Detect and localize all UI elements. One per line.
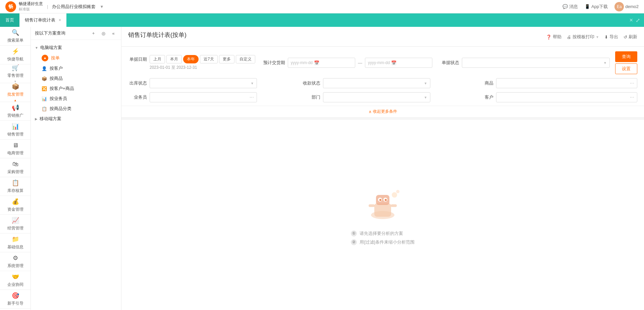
page-header: 销售订单统计表(按单) ❓ 帮助 🖨 按模板打印 ▼ ⬇ bbox=[121, 27, 644, 47]
tab-close-icon[interactable]: × bbox=[59, 18, 61, 22]
scheme-item-by-category[interactable]: 📋 按商品分类 bbox=[31, 104, 121, 114]
collapse-bar[interactable]: ∧ 收起更多条件 bbox=[121, 106, 644, 117]
more-btn[interactable]: 更多 bbox=[219, 55, 234, 63]
pc-group-title[interactable]: ▼ 电脑端方案 bbox=[31, 43, 121, 53]
sidebar-item-appcenter[interactable]: 📱 应用中心 bbox=[0, 309, 31, 310]
expected-date-start[interactable]: yyyy-mm-dd 📅 bbox=[288, 58, 355, 68]
right-panel: 销售订单统计表(按单) ❓ 帮助 🖨 按模板打印 ▼ ⬇ bbox=[121, 27, 644, 310]
sidebar-item-wholesale[interactable]: 📦 批发管理 ▲ bbox=[0, 83, 31, 102]
empty-illustration bbox=[359, 185, 406, 225]
svg-point-6 bbox=[385, 199, 387, 201]
sidebar-item-basic[interactable]: 📁 基础信息 bbox=[0, 234, 31, 252]
search-btn[interactable]: 查询 bbox=[615, 51, 637, 62]
bill-date-label: 单据日期 bbox=[128, 56, 147, 62]
setting-btn[interactable]: 设置 bbox=[615, 63, 637, 74]
help-btn[interactable]: ❓ 帮助 bbox=[546, 34, 561, 40]
add-scheme-btn[interactable]: ＋ bbox=[90, 30, 97, 37]
scheme-item-by-salesperson[interactable]: 📊 按业务员 bbox=[31, 94, 121, 104]
sidebar-item-operation[interactable]: 📈 经营管理 bbox=[0, 215, 31, 234]
customer-input[interactable]: ··· bbox=[496, 92, 637, 102]
hint-num-2: ② bbox=[351, 239, 357, 245]
inventory-icon: 📋 bbox=[12, 179, 19, 187]
sidebar-item-quick-nav[interactable]: ⚡ 快捷导航 bbox=[0, 46, 31, 64]
this-year-btn[interactable]: 本年 bbox=[183, 55, 199, 63]
basic-icon: 📁 bbox=[12, 236, 19, 243]
out-status-caret: ▼ bbox=[251, 82, 254, 85]
scheme-list: ▼ 电脑端方案 ● 按单 👤 按客户 📦 bbox=[31, 40, 121, 126]
by-salesperson-icon: 📊 bbox=[42, 96, 47, 101]
tab-active[interactable]: 销售订单统计表 × bbox=[19, 13, 66, 27]
goods-input[interactable]: ··· bbox=[496, 78, 637, 88]
page-title-row: 销售订单统计表(按单) ❓ 帮助 🖨 按模板打印 ▼ ⬇ bbox=[128, 31, 637, 46]
salesperson-dots-btn[interactable]: ··· bbox=[250, 94, 254, 100]
goods-label: 商品 bbox=[475, 80, 493, 86]
sidebar-item-sales[interactable]: 📊 销售管理 bbox=[0, 121, 31, 140]
sidebar-item-inventory[interactable]: 📋 库存核算 bbox=[0, 177, 31, 196]
last7days-btn[interactable]: 近7天 bbox=[200, 55, 218, 63]
goods-dots-btn[interactable]: ··· bbox=[630, 80, 634, 86]
salesperson-label: 业务员 bbox=[128, 94, 147, 100]
empty-hint-1: ① 请先选择要分析的方案 bbox=[351, 230, 414, 237]
message-btn[interactable]: 💬 消息 bbox=[562, 4, 578, 10]
quick-nav-icon: ⚡ bbox=[12, 48, 19, 55]
out-status-label: 出库状态 bbox=[128, 80, 147, 86]
sidebar-item-finance[interactable]: 💰 资金管理 bbox=[0, 196, 31, 215]
scheme-item-by-customer[interactable]: 👤 按客户 bbox=[31, 63, 121, 73]
scheme-item-by-order[interactable]: ● 按单 bbox=[31, 53, 121, 63]
svg-rect-7 bbox=[369, 204, 375, 207]
scheme-item-by-customer-goods[interactable]: 🔀 按客户+商品 bbox=[31, 84, 121, 94]
svg-rect-2 bbox=[376, 195, 389, 205]
sidebar-item-search[interactable]: 🔍 搜索菜单 bbox=[0, 27, 31, 46]
print-btn[interactable]: 🖨 按模板打印 ▼ bbox=[567, 34, 599, 40]
department-label: 部门 bbox=[302, 94, 320, 100]
sidebar-item-enterprise[interactable]: 🤝 企业协同 bbox=[0, 271, 31, 290]
department-select[interactable]: ▼ bbox=[323, 92, 430, 102]
export-btn[interactable]: ⬇ 导出 bbox=[604, 34, 618, 40]
user-area[interactable]: Ea demo2 bbox=[614, 2, 639, 11]
print-arrow-icon[interactable]: ▼ bbox=[596, 35, 599, 39]
calendar-icon-2: 📅 bbox=[391, 60, 396, 65]
salesperson-cell: 业务员 ··· bbox=[128, 92, 291, 102]
sidebar-item-newbie[interactable]: 🎯 新手引导 bbox=[0, 290, 31, 309]
bill-status-select[interactable]: ▼ bbox=[462, 58, 610, 68]
collapse-panel-btn[interactable]: « bbox=[110, 30, 117, 37]
operation-icon: 📈 bbox=[12, 217, 19, 224]
receipt-status-select[interactable]: ▼ bbox=[323, 78, 430, 88]
expected-date-end[interactable]: yyyy-mm-dd 📅 bbox=[365, 58, 432, 68]
refresh-btn[interactable]: ↺ 刷新 bbox=[624, 34, 637, 40]
custom-btn[interactable]: 自定义 bbox=[236, 55, 255, 63]
system-icon: ⚙ bbox=[13, 254, 18, 262]
mobile-group-title[interactable]: ▶ 移动端方案 bbox=[31, 114, 121, 124]
tab-minimize-icon[interactable]: × bbox=[629, 17, 633, 24]
sidebar-item-marketing[interactable]: 📢 营销推广 bbox=[0, 102, 31, 121]
bill-status-caret: ▼ bbox=[603, 61, 607, 65]
tab-home[interactable]: 首页 bbox=[0, 13, 19, 27]
last-month-btn[interactable]: 上月 bbox=[150, 55, 165, 63]
user-avatar: Ea bbox=[614, 2, 624, 11]
app-download-btn[interactable]: 📱 App下载 bbox=[585, 4, 608, 10]
ecommerce-icon: 🖥 bbox=[12, 142, 18, 149]
this-month-btn[interactable]: 本月 bbox=[166, 55, 182, 63]
tab-maximize-icon[interactable]: ⤢ bbox=[636, 17, 640, 23]
message-icon: 💬 bbox=[562, 4, 568, 9]
receipt-status-caret: ▼ bbox=[424, 82, 427, 85]
bill-status-label: 单据状态 bbox=[440, 60, 459, 66]
newbie-icon: 🎯 bbox=[12, 292, 19, 299]
out-status-select[interactable]: ▼ bbox=[150, 78, 257, 88]
customer-dots-btn[interactable]: ··· bbox=[630, 94, 634, 100]
top-bar-left: 畅 畅捷通好生意 标准版 | 办公用品行业模拟账套 ▼ bbox=[5, 1, 104, 12]
sidebar-item-ecommerce[interactable]: 🖥 电商管理 bbox=[0, 140, 31, 158]
by-customer-icon: 👤 bbox=[42, 66, 47, 71]
sidebar-item-purchase[interactable]: 🛍 采购管理 bbox=[0, 158, 31, 177]
edit-scheme-btn[interactable]: ◎ bbox=[100, 30, 107, 37]
sidebar-item-retail[interactable]: 🛒 零售管理 ▼ bbox=[0, 64, 31, 83]
sidebar-item-system[interactable]: ⚙ 系统管理 bbox=[0, 252, 31, 271]
department-cell: 部门 ▼ bbox=[302, 92, 464, 102]
out-status-cell: 出库状态 ▼ bbox=[128, 78, 291, 88]
window-title-dropdown[interactable]: ▼ bbox=[100, 4, 104, 9]
department-caret: ▼ bbox=[424, 96, 427, 99]
salesperson-input[interactable]: ··· bbox=[150, 92, 257, 102]
scheme-item-by-goods[interactable]: 📦 按商品 bbox=[31, 73, 121, 84]
svg-rect-1 bbox=[374, 203, 391, 217]
filter-row-2: 出库状态 ▼ 收款状态 ▼ 商品 bbox=[128, 78, 637, 88]
